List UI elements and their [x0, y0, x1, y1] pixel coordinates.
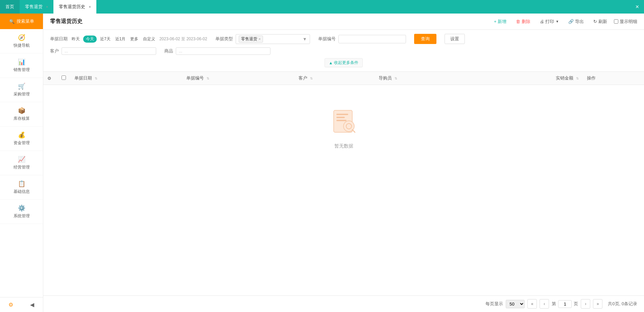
date-opt-more[interactable]: 更多 — [129, 36, 140, 43]
select-all-checkbox[interactable] — [62, 75, 66, 80]
show-detail-checkbox-label[interactable]: 显示明细 — [614, 19, 637, 25]
doc-number-filter: 单据编号 — [318, 35, 406, 43]
collapse-icon: ▲ — [329, 61, 333, 65]
show-detail-checkbox[interactable] — [614, 19, 618, 24]
page-header: 零售退货历史 + 新增 🗑 删除 🖨 打印 ▼ 🔗 导出 ↻ ↻ 刷新 — [43, 14, 644, 30]
sidebar-settings-btn[interactable]: ⚙ — [0, 297, 22, 312]
doc-type-dropdown-icon: ▼ — [303, 37, 307, 42]
sidebar-item-label: 基础信息 — [14, 189, 30, 195]
print-button[interactable]: 🖨 打印 ▼ — [537, 17, 562, 26]
tab-retail-return-history-close[interactable]: × — [89, 5, 91, 9]
sort-number-icon[interactable]: ⇅ — [207, 76, 209, 80]
basic-info-icon: 📋 — [18, 180, 25, 187]
th-guide: 导购员 ⇅ — [375, 72, 471, 85]
search-icon: 🔍 — [9, 19, 15, 24]
system-icon: ⚙️ — [18, 204, 25, 212]
sort-guide-icon[interactable]: ⇅ — [395, 76, 397, 80]
page-title: 零售退货历史 — [50, 18, 82, 25]
first-page-button[interactable]: « — [527, 299, 537, 309]
date-filter: 单据日期 昨天 今天 近7天 近1月 更多 自定义 2023-06-02 至 2… — [50, 36, 207, 43]
svg-rect-3 — [336, 120, 347, 121]
sidebar-item-operation[interactable]: 📈 经营管理 — [0, 151, 43, 175]
th-number: 单据编号 ⇅ — [182, 72, 294, 85]
svg-line-6 — [352, 130, 355, 132]
tab-retail-return[interactable]: 零售退货 × — [20, 0, 53, 14]
query-button[interactable]: 查询 — [414, 34, 436, 44]
content-area: 零售退货历史 + 新增 🗑 删除 🖨 打印 ▼ 🔗 导出 ↻ ↻ 刷新 — [43, 14, 644, 312]
data-table: ⚙ 单据日期 ⇅ 单据编号 ⇅ — [43, 72, 644, 85]
date-opt-last7[interactable]: 近7天 — [99, 36, 112, 43]
customer-label: 客户 — [50, 48, 59, 54]
sort-date-icon[interactable]: ⇅ — [95, 76, 97, 80]
sidebar-item-quick-nav[interactable]: 🧭 快捷导航 — [0, 29, 43, 53]
date-opt-last-month[interactable]: 近1月 — [114, 36, 127, 43]
total-info: 共0页, 0条记录 — [608, 301, 637, 307]
prev-page-button[interactable]: ‹ — [540, 299, 549, 309]
sidebar-item-inventory[interactable]: 📦 库存核算 — [0, 102, 43, 127]
date-opt-today[interactable]: 今天 — [83, 36, 97, 43]
date-options: 昨天 今天 近7天 近1月 更多 自定义 — [70, 36, 157, 43]
doc-type-filter: 单据类型 零售退货 × ▼ — [215, 34, 310, 44]
th-action: 操作 — [583, 72, 644, 85]
page-number-input[interactable] — [558, 300, 572, 308]
doc-type-tag: 零售退货 × — [239, 36, 263, 43]
page-label: 页 — [574, 301, 578, 307]
th-amount: 实销金额 ⇅ — [471, 72, 583, 85]
page-actions: + 新增 🗑 删除 🖨 打印 ▼ 🔗 导出 ↻ ↻ 刷新 刷新 — [491, 17, 637, 26]
doc-type-select[interactable]: 零售退货 × ▼ — [236, 34, 310, 44]
sort-amount-icon[interactable]: ⇅ — [576, 76, 579, 80]
sidebar-item-label: 采购管理 — [14, 91, 30, 97]
sidebar-item-purchase[interactable]: 🛒 采购管理 — [0, 78, 43, 102]
goods-label: 商品 — [164, 48, 173, 54]
delete-button[interactable]: 🗑 删除 — [513, 17, 533, 26]
inventory-icon: 📦 — [18, 107, 25, 114]
sidebar-item-label: 系统管理 — [14, 213, 30, 219]
sidebar-item-finance[interactable]: 💰 资金管理 — [0, 127, 43, 151]
page-info: 第 页 — [552, 300, 578, 308]
customer-filter: 客户 ... — [50, 47, 156, 55]
sidebar-item-sales[interactable]: 📊 销售管理 — [0, 53, 43, 78]
sidebar-item-label: 资金管理 — [14, 140, 30, 146]
date-range-display: 2023-06-02 至 2023-06-02 — [159, 36, 207, 42]
empty-state: 暂无数据 — [43, 85, 644, 170]
sidebar-collapse-btn[interactable]: ◀ — [22, 297, 43, 312]
new-button[interactable]: + 新增 — [491, 17, 509, 26]
date-opt-yesterday[interactable]: 昨天 — [70, 36, 81, 43]
goods-filter: 商品 ... — [164, 47, 270, 55]
customer-select[interactable]: ... — [62, 47, 156, 55]
table-settings-icon[interactable]: ⚙ — [47, 76, 51, 81]
refresh-button[interactable]: ↻ ↻ 刷新 刷新 — [591, 17, 610, 26]
sidebar-menu: 🧭 快捷导航 📊 销售管理 🛒 采购管理 📦 库存核算 💰 资金管理 📈 — [0, 29, 43, 297]
sidebar-item-basic-info[interactable]: 📋 基础信息 — [0, 175, 43, 200]
sidebar: 🔍 搜索菜单 🧭 快捷导航 📊 销售管理 🛒 采购管理 📦 库存核算 💰 — [0, 14, 43, 312]
sort-customer-icon[interactable]: ⇅ — [310, 76, 313, 80]
tab-retail-return-history[interactable]: 零售退货历史 × — [53, 0, 96, 14]
filter-row-1: 单据日期 昨天 今天 近7天 近1月 更多 自定义 2023-06-02 至 2… — [50, 34, 637, 44]
page-size-select[interactable]: 50 10 20 100 — [506, 300, 525, 308]
svg-rect-1 — [336, 114, 348, 115]
th-checkbox — [57, 72, 70, 85]
page-label-prefix: 第 — [552, 301, 556, 307]
settings-button[interactable]: 设置 — [445, 34, 465, 44]
sidebar-search-label: 搜索菜单 — [17, 18, 34, 24]
main-layout: 🔍 搜索菜单 🧭 快捷导航 📊 销售管理 🛒 采购管理 📦 库存核算 💰 — [0, 14, 644, 312]
tab-retail-return-close[interactable]: × — [46, 5, 48, 9]
sidebar-item-system[interactable]: ⚙️ 系统管理 — [0, 200, 43, 224]
collapse-button[interactable]: ▲ 收起更多条件 — [325, 58, 363, 67]
next-page-button[interactable]: › — [581, 299, 590, 309]
empty-text: 暂无数据 — [334, 143, 353, 149]
doc-type-tag-remove[interactable]: × — [259, 37, 261, 41]
export-button[interactable]: 🔗 导出 — [566, 17, 587, 26]
tab-list: 首页 零售退货 × 零售退货历史 × — [0, 0, 630, 14]
sidebar-footer: ⚙ ◀ — [0, 297, 43, 312]
table-area: ⚙ 单据日期 ⇅ 单据编号 ⇅ — [43, 72, 644, 312]
sidebar-search[interactable]: 🔍 搜索菜单 — [0, 14, 43, 29]
date-opt-custom[interactable]: 自定义 — [142, 36, 157, 43]
date-label: 单据日期 — [50, 36, 68, 42]
table-wrapper: ⚙ 单据日期 ⇅ 单据编号 ⇅ — [43, 72, 644, 295]
last-page-button[interactable]: » — [593, 299, 602, 309]
window-close-button[interactable]: × — [630, 0, 644, 14]
doc-number-input[interactable] — [338, 35, 406, 43]
goods-select[interactable]: ... — [176, 47, 270, 55]
tab-home[interactable]: 首页 — [0, 0, 20, 14]
